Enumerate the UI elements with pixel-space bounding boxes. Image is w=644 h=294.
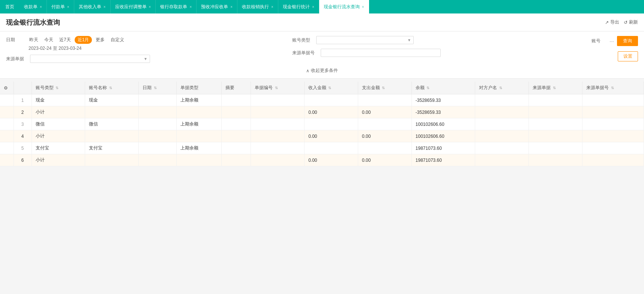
close-icon[interactable]: × <box>67 5 69 9</box>
table-cell <box>85 130 139 142</box>
nav-tab-8[interactable]: 现金银行流水查询 × <box>319 0 369 13</box>
header-actions: ↗ 导出 ↺ 刷新 <box>605 19 638 25</box>
date-btn-today[interactable]: 今天 <box>42 36 56 44</box>
page-header: 现金银行流水查询 ↗ 导出 ↺ 刷新 <box>0 13 644 31</box>
table-header-row: ⚙ 账号类型 ⇅ 账号名称 ⇅ 日期 ⇅ 单据类型 摘要 单据编号 ⇅ 收入金额… <box>0 82 644 94</box>
chevron-down-icon-2: ▾ <box>408 37 410 43</box>
nav-tab-0[interactable]: 收款单 × <box>20 0 47 13</box>
table-cell: 微信 <box>32 118 85 130</box>
close-icon[interactable]: × <box>362 5 364 9</box>
close-icon[interactable]: × <box>271 5 273 9</box>
refresh-button[interactable]: ↺ 刷新 <box>624 19 638 25</box>
table-cell <box>305 94 358 106</box>
nav-tab-7[interactable]: 现金银行统计 × <box>278 0 319 13</box>
nav-tab-5[interactable]: 预收冲应收单 × <box>197 0 237 13</box>
filter-date-row: 日期 昨天 今天 近7天 近1月 更多 自定义 <box>6 36 283 44</box>
table-cell <box>251 118 305 130</box>
date-range-display: 2023-02-24 至 2023-03-24 <box>29 45 81 52</box>
table-cell <box>85 154 139 166</box>
table-cell: 0.00 <box>305 106 358 118</box>
nav-home[interactable]: 首页 <box>0 4 20 10</box>
col-income[interactable]: 收入金额 ⇅ <box>305 82 358 94</box>
table-cell <box>529 118 582 130</box>
table-cell <box>251 130 305 142</box>
date-btn-7days[interactable]: 近7天 <box>57 36 73 44</box>
collapse-up-icon: ∧ <box>306 68 309 73</box>
table-cell <box>529 142 582 154</box>
source-doc-select[interactable]: ▾ <box>30 55 150 63</box>
table-cell <box>582 130 644 142</box>
table-cell: 支付宝 <box>32 142 85 154</box>
nav-tab-4[interactable]: 银行存取款单 × <box>156 0 197 13</box>
close-icon[interactable]: × <box>104 5 106 9</box>
setting-button[interactable]: 设置 <box>618 51 638 61</box>
page-title: 现金银行流水查询 <box>6 18 60 27</box>
table-cell <box>251 94 305 106</box>
table-cell <box>0 106 14 118</box>
table-cell: 0.00 <box>358 154 411 166</box>
col-counterparty[interactable]: 对方户名 ⇅ <box>475 82 529 94</box>
table-cell: 微信 <box>85 118 139 130</box>
table-cell: -3528659.33 <box>411 106 475 118</box>
query-button[interactable]: 查询 <box>617 36 638 46</box>
account-label: 账号 <box>591 38 606 44</box>
table-cell: 现金 <box>32 94 85 106</box>
close-icon[interactable]: × <box>189 5 192 9</box>
table-cell <box>222 130 251 142</box>
table-cell <box>582 106 644 118</box>
collapse-filters-button[interactable]: ∧ 收起更多条件 <box>6 66 638 75</box>
table-row: 5支付宝支付宝上期余额19871073.60 <box>0 142 644 154</box>
col-source-doc[interactable]: 来源单据 ⇅ <box>529 82 582 94</box>
col-account-type[interactable]: 账号类型 ⇅ <box>32 82 85 94</box>
more-account-button[interactable]: ··· <box>609 38 614 44</box>
table-cell: 小计 <box>32 106 85 118</box>
table-cell <box>251 154 305 166</box>
export-button[interactable]: ↗ 导出 <box>605 19 619 25</box>
col-doc-no[interactable]: 单据编号 ⇅ <box>251 82 305 94</box>
table-cell: 19871073.60 <box>411 142 475 154</box>
nav-tab-1[interactable]: 付款单 × <box>47 0 74 13</box>
col-account-name[interactable]: 账号名称 ⇅ <box>85 82 139 94</box>
date-btn-yesterday[interactable]: 昨天 <box>27 36 41 44</box>
col-gear[interactable]: ⚙ <box>0 82 14 94</box>
table-cell <box>222 118 251 130</box>
table-cell: 支付宝 <box>85 142 139 154</box>
table-cell <box>529 130 582 142</box>
table-cell: 0.00 <box>305 130 358 142</box>
table-cell <box>177 106 222 118</box>
export-icon: ↗ <box>605 20 609 25</box>
table-cell <box>0 154 14 166</box>
nav-tab-3[interactable]: 应收应付调整单 × <box>111 0 156 13</box>
table-cell <box>305 118 358 130</box>
col-expense[interactable]: 支出金额 ⇅ <box>358 82 411 94</box>
close-icon[interactable]: × <box>312 5 314 9</box>
table-cell <box>139 142 177 154</box>
table-cell <box>222 142 251 154</box>
chevron-down-icon: ▾ <box>144 56 147 61</box>
table-container: ⚙ 账号类型 ⇅ 账号名称 ⇅ 日期 ⇅ 单据类型 摘要 单据编号 ⇅ 收入金额… <box>0 82 644 166</box>
date-btn-more[interactable]: 更多 <box>93 36 107 44</box>
date-btn-custom[interactable]: 自定义 <box>108 36 126 44</box>
close-icon[interactable]: × <box>230 5 233 9</box>
table-cell: 6 <box>14 154 32 166</box>
filter-area: 日期 昨天 今天 近7天 近1月 更多 自定义 2023-02-24 至 202… <box>0 31 644 79</box>
table-cell <box>222 154 251 166</box>
table-cell: 1 <box>14 94 32 106</box>
close-icon[interactable]: × <box>40 5 42 9</box>
source-doc-num-input[interactable] <box>321 49 441 57</box>
col-balance[interactable]: 余额 ⇅ <box>411 82 475 94</box>
date-btn-1month[interactable]: 近1月 <box>75 36 92 44</box>
col-source-doc-no[interactable]: 来源单据号 ⇅ <box>582 82 644 94</box>
table-cell <box>475 154 529 166</box>
table-cell <box>358 142 411 154</box>
table-row: 2小计0.000.00-3528659.33 <box>0 106 644 118</box>
col-date[interactable]: 日期 ⇅ <box>139 82 177 94</box>
account-type-select[interactable]: ▾ <box>316 36 414 44</box>
top-nav: 首页 收款单 × 付款单 × 其他收入单 × 应收应付调整单 × 银行存取款单 … <box>0 0 644 13</box>
table-cell <box>358 118 411 130</box>
nav-tab-6[interactable]: 收款核销执行 × <box>237 0 278 13</box>
nav-tab-2[interactable]: 其他收入单 × <box>74 0 111 13</box>
table-cell: 3 <box>14 118 32 130</box>
table-cell <box>475 130 529 142</box>
close-icon[interactable]: × <box>149 5 151 9</box>
